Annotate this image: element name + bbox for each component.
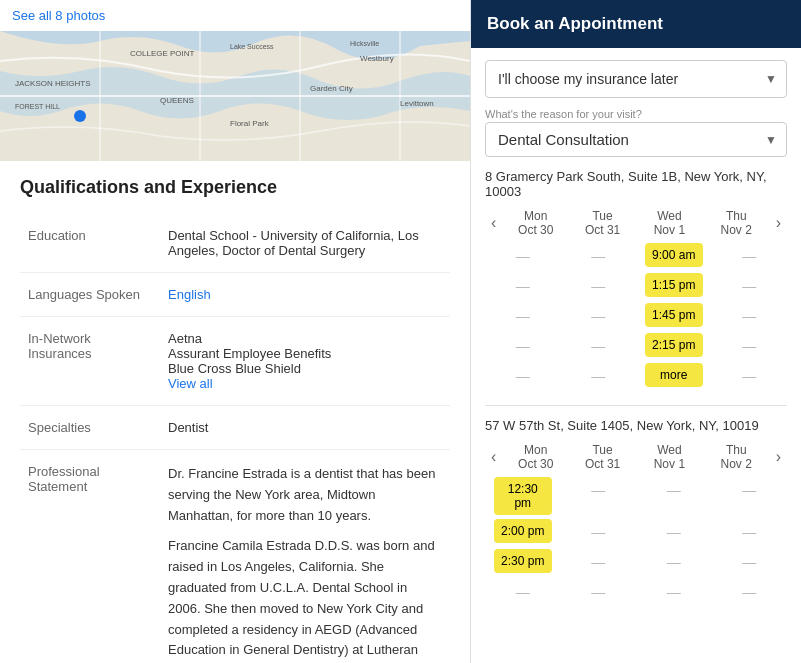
visit-select-wrapper: Dental Consultation ▼ [485,122,787,157]
dash: — [569,363,627,389]
time-cell[interactable]: 12:30 pm [493,477,553,515]
svg-text:FOREST HILL: FOREST HILL [15,103,60,110]
time-cell: — [493,303,553,329]
value-languages: English [160,273,450,317]
professional-text: Dr. Francine Estrada is a dentist that h… [168,464,442,663]
dash: — [569,579,627,605]
dash: — [494,303,552,329]
dash: — [720,477,778,503]
photos-link[interactable]: See all 8 photos [0,0,470,31]
time-row: 2:00 pm — — — [485,519,787,545]
time-cell: — [644,519,704,545]
insurance-select[interactable]: I'll choose my insurance later [485,60,787,98]
cal2-day-4: Thu Nov 2 [706,443,766,471]
qualifications-section: Qualifications and Experience Education … [0,161,470,663]
time-cell: — [493,579,553,605]
time-cell: — [719,243,779,269]
time-cell[interactable]: 1:45 pm [644,303,704,329]
time-button[interactable]: 12:30 pm [494,477,552,515]
dash: — [720,333,778,359]
dash: — [720,519,778,545]
time-grid-2: 12:30 pm — — — 2:00 pm — — — 2:30 pm — [485,477,787,605]
value-insurances: Aetna Assurant Employee Benefits Blue Cr… [160,317,450,406]
svg-text:QUEENS: QUEENS [160,96,194,105]
time-cell: — [719,303,779,329]
time-button[interactable]: 9:00 am [645,243,703,267]
svg-text:Garden City: Garden City [310,84,353,93]
time-cell[interactable]: more [644,363,704,389]
dash: — [569,519,627,545]
time-row: 12:30 pm — — — [485,477,787,515]
cal2-day-2: Tue Oct 31 [573,443,633,471]
more-times-button[interactable]: more [645,363,703,387]
time-cell[interactable]: 1:15 pm [644,273,704,299]
dash: — [645,477,703,503]
table-row: Specialties Dentist [20,406,450,450]
svg-text:JACKSON HEIGHTS: JACKSON HEIGHTS [15,79,91,88]
time-cell: — [644,549,704,575]
time-cell: — [493,243,553,269]
divider [485,405,787,406]
table-row: In-Network Insurances Aetna Assurant Emp… [20,317,450,406]
time-cell: — [719,549,779,575]
label-insurances: In-Network Insurances [20,317,160,406]
time-row: — — 1:15 pm — [485,273,787,299]
time-cell: — [719,477,779,515]
dash: — [720,579,778,605]
cal1-day-4: Thu Nov 2 [706,209,766,237]
visit-select[interactable]: Dental Consultation [485,122,787,157]
location2-section: 57 W 57th St, Suite 1405, New York, NY, … [485,418,787,605]
label-specialties: Specialties [20,406,160,450]
svg-text:Hicksville: Hicksville [350,40,379,47]
calendar1-nav: ‹ Mon Oct 30 Tue Oct 31 Wed Nov 1 [485,209,787,237]
cal1-prev-button[interactable]: ‹ [485,210,502,236]
svg-text:Levittown: Levittown [400,99,434,108]
dash: — [494,579,552,605]
time-button[interactable]: 2:00 pm [494,519,552,543]
time-cell: — [719,519,779,545]
time-cell: — [568,363,628,389]
location1-section: 8 Gramercy Park South, Suite 1B, New Yor… [485,169,787,389]
dash: — [569,273,627,299]
dash: — [569,549,627,575]
time-grid-1: — — 9:00 am — — — 1:15 pm — — — 1:45 [485,243,787,389]
svg-text:Lake Success: Lake Success [230,43,274,50]
dash: — [720,273,778,299]
table-row: Education Dental School - University of … [20,214,450,273]
view-all-link[interactable]: View all [168,376,213,391]
qualifications-table: Education Dental School - University of … [20,214,450,663]
dash: — [494,363,552,389]
left-panel: See all 8 photos JACKSON HEIGHTS FOREST [0,0,470,663]
time-cell: — [719,363,779,389]
time-row: — — 9:00 am — [485,243,787,269]
time-button[interactable]: 1:45 pm [645,303,703,327]
time-cell: — [644,579,704,605]
cal1-days: Mon Oct 30 Tue Oct 31 Wed Nov 1 Thu [502,209,769,237]
time-cell[interactable]: 9:00 am [644,243,704,269]
time-button[interactable]: 2:15 pm [645,333,703,357]
label-professional: Professional Statement [20,450,160,664]
time-cell: — [568,303,628,329]
time-cell[interactable]: 2:30 pm [493,549,553,575]
time-cell[interactable]: 2:00 pm [493,519,553,545]
label-education: Education [20,214,160,273]
insurance-select-wrapper: I'll choose my insurance later ▼ [485,60,787,98]
cal2-prev-button[interactable]: ‹ [485,444,502,470]
calendar2-nav: ‹ Mon Oct 30 Tue Oct 31 Wed Nov 1 [485,443,787,471]
dash: — [494,243,552,269]
qualifications-title: Qualifications and Experience [20,177,450,198]
time-cell: — [719,579,779,605]
time-cell[interactable]: 2:15 pm [644,333,704,359]
dash: — [494,333,552,359]
time-button[interactable]: 2:30 pm [494,549,552,573]
svg-text:Westbury: Westbury [360,54,394,63]
time-button[interactable]: 1:15 pm [645,273,703,297]
cal2-next-button[interactable]: › [770,444,787,470]
cal1-day-3: Wed Nov 1 [639,209,699,237]
map-area: JACKSON HEIGHTS FOREST HILL COLLEGE POIN… [0,31,470,161]
time-cell: — [493,273,553,299]
dash: — [494,273,552,299]
svg-text:Floral Park: Floral Park [230,119,270,128]
cal1-next-button[interactable]: › [770,210,787,236]
right-panel: Book an Appointment I'll choose my insur… [470,0,801,663]
